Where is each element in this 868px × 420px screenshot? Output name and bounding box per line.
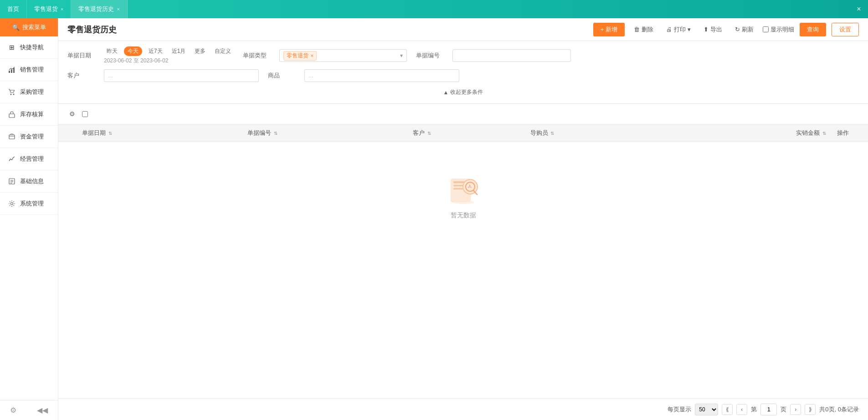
sidebar-item-basic-info[interactable]: 基础信息 <box>0 170 58 193</box>
delete-icon: 🗑 <box>634 26 640 33</box>
setting-button[interactable]: 设置 <box>832 23 859 36</box>
collapse-row: ▲ 收起更多条件 <box>67 87 859 98</box>
select-all-checkbox[interactable] <box>82 111 88 117</box>
th-no[interactable]: 单据编号 ⇅ <box>242 124 407 142</box>
tab-retail-return-history[interactable]: 零售退货历史 × <box>71 0 127 18</box>
main-layout: 🔍 搜索菜单 ⊞ 快捷导航 销售管理 采购管理 <box>0 18 868 420</box>
system-mgmt-icon <box>7 199 16 208</box>
voucher-type-chevron-icon: ▾ <box>400 52 403 59</box>
th-amount[interactable]: 实销金额 ⇅ <box>666 124 832 142</box>
voucher-type-tag-close[interactable]: × <box>310 53 313 58</box>
voucher-no-input[interactable] <box>452 49 571 62</box>
table-column-settings-icon[interactable]: ⚙ <box>66 108 78 120</box>
date-opt-yesterday[interactable]: 昨天 <box>104 46 120 56</box>
sort-guide-icon: ⇅ <box>550 131 554 136</box>
page-prev-button[interactable]: ‹ <box>736 404 747 415</box>
page-last-button[interactable]: ⟫ <box>805 404 816 415</box>
goods-select[interactable]: ... <box>304 69 459 82</box>
customer-filter-label: 客户 <box>67 72 95 80</box>
query-button[interactable]: 查询 <box>800 23 826 36</box>
sales-mgmt-icon <box>7 65 16 74</box>
sidebar-item-finance-label: 资金管理 <box>20 133 44 141</box>
th-customer[interactable]: 客户 ⇅ <box>407 124 525 142</box>
date-options: 昨天 今天 近7天 近1月 更多 自定义 2023-06-02 至 2023-0… <box>104 46 234 65</box>
tab-retail-return[interactable]: 零售退货 × <box>27 0 71 18</box>
svg-point-3 <box>10 94 12 95</box>
tab-retail-return-history-close[interactable]: × <box>117 6 119 12</box>
show-details-checkbox-label[interactable]: 显示明细 <box>763 26 794 34</box>
basic-info-icon <box>7 177 16 186</box>
date-opt-custom[interactable]: 自定义 <box>212 46 234 56</box>
sidebar-footer: ⚙ ◀◀ <box>0 400 58 420</box>
volume-footer-icon[interactable]: ◀◀ <box>37 406 48 415</box>
sidebar-search-button[interactable]: 🔍 搜索菜单 <box>0 18 58 36</box>
tab-home[interactable]: 首页 <box>0 0 27 18</box>
tab-home-label: 首页 <box>7 5 19 13</box>
svg-rect-1 <box>11 69 12 73</box>
empty-icon <box>445 169 482 206</box>
table-header-row: 单据日期 ⇅ 单据编号 ⇅ 客户 ⇅ <box>58 124 868 142</box>
sidebar-nav: ⊞ 快捷导航 销售管理 采购管理 库存核算 <box>0 36 58 400</box>
sidebar-item-quick-nav[interactable]: ⊞ 快捷导航 <box>0 36 58 59</box>
refresh-button[interactable]: ↻ 刷新 <box>731 24 757 36</box>
sort-date-icon: ⇅ <box>108 131 112 136</box>
delete-button[interactable]: 🗑 删除 <box>630 24 657 36</box>
sidebar-item-inventory[interactable]: 库存核算 <box>0 103 58 126</box>
svg-point-4 <box>13 94 15 95</box>
empty-state: 暂无数据 <box>58 142 868 247</box>
sidebar-item-inventory-label: 库存核算 <box>20 110 44 118</box>
operations-icon <box>7 154 16 164</box>
date-opt-today[interactable]: 今天 <box>124 46 142 56</box>
collapse-up-icon: ▲ <box>443 89 449 96</box>
page-header: 零售退货历史 + 新增 🗑 删除 🖨 打印 ▾ ⬆ 导出 ↻ <box>58 18 868 41</box>
voucher-type-label: 单据类型 <box>243 51 270 60</box>
collapse-button[interactable]: ▲ 收起更多条件 <box>67 87 859 98</box>
sidebar-item-system-mgmt[interactable]: 系统管理 <box>0 193 58 215</box>
quick-nav-icon: ⊞ <box>7 43 16 52</box>
sidebar-item-sales-mgmt[interactable]: 销售管理 <box>0 59 58 81</box>
date-opt-1month[interactable]: 近1月 <box>169 46 189 56</box>
page-next-button[interactable]: › <box>790 404 801 415</box>
export-icon: ⬆ <box>704 26 709 33</box>
svg-rect-6 <box>9 135 15 139</box>
new-button[interactable]: + 新增 <box>593 23 625 36</box>
print-icon: 🖨 <box>666 26 672 33</box>
th-guide[interactable]: 导购员 ⇅ <box>525 124 666 142</box>
tab-list: 首页 零售退货 × 零售退货历史 × <box>0 0 850 18</box>
print-button[interactable]: 🖨 打印 ▾ <box>663 24 694 36</box>
content-area: 零售退货历史 + 新增 🗑 删除 🖨 打印 ▾ ⬆ 导出 ↻ <box>58 18 868 420</box>
tab-retail-return-close[interactable]: × <box>61 6 63 12</box>
tab-retail-return-history-label: 零售退货历史 <box>78 5 114 13</box>
page-label: 第 <box>751 405 757 414</box>
page-first-button[interactable]: ⟪ <box>722 404 733 415</box>
tab-retail-return-label: 零售退货 <box>34 5 58 13</box>
sidebar-item-finance[interactable]: 资金管理 <box>0 126 58 148</box>
sidebar-item-operations[interactable]: 经营管理 <box>0 148 58 170</box>
settings-footer-icon[interactable]: ⚙ <box>10 406 16 415</box>
page-number-input[interactable]: 1 <box>760 404 777 415</box>
sort-no-icon: ⇅ <box>274 131 277 136</box>
export-button[interactable]: ⬆ 导出 <box>700 24 726 36</box>
data-table: 单据日期 ⇅ 单据编号 ⇅ 客户 ⇅ <box>58 124 868 142</box>
search-icon: 🔍 <box>12 24 20 31</box>
sidebar-item-sales-mgmt-label: 销售管理 <box>20 66 44 74</box>
customer-select[interactable]: ... <box>104 69 259 82</box>
top-bar: 首页 零售退货 × 零售退货历史 × × <box>0 0 868 18</box>
per-page-select[interactable]: 50 10 20 100 <box>695 404 718 415</box>
window-close-button[interactable]: × <box>850 0 868 18</box>
filter-row-2: 客户 ... 商品 ... <box>67 69 859 82</box>
per-page-label: 每页显示 <box>668 405 691 414</box>
sidebar-item-purchase-mgmt[interactable]: 采购管理 <box>0 81 58 103</box>
show-details-checkbox[interactable] <box>763 26 769 32</box>
date-opt-7days[interactable]: 近7天 <box>146 46 165 56</box>
filter-area: 单据日期 昨天 今天 近7天 近1月 更多 自定义 2023-06-02 至 2… <box>58 41 868 104</box>
th-date[interactable]: 单据日期 ⇅ <box>77 124 242 142</box>
sort-customer-icon: ⇅ <box>427 131 431 136</box>
voucher-type-select[interactable]: 零售退货 × ▾ <box>279 49 407 62</box>
purchase-mgmt-icon <box>7 87 16 97</box>
customer-placeholder: ... <box>108 72 113 79</box>
table-wrapper: 单据日期 ⇅ 单据编号 ⇅ 客户 ⇅ <box>58 124 868 398</box>
svg-point-12 <box>11 203 13 205</box>
date-opt-more[interactable]: 更多 <box>192 46 208 56</box>
refresh-icon: ↻ <box>735 26 740 33</box>
